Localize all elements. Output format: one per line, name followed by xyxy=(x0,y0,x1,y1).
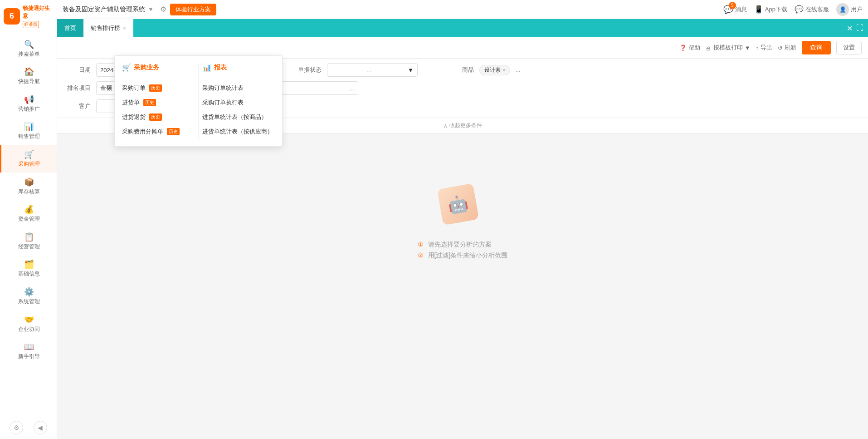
sidebar-item-search[interactable]: 🔍搜索菜单 xyxy=(0,35,57,63)
salesperson-ellipsis: ... xyxy=(349,85,354,92)
goods-more[interactable]: ... xyxy=(516,67,520,73)
inbound-stats-goods-label: 进货单统计表（按商品） xyxy=(202,113,267,121)
sidebar-item-enterprise[interactable]: 🤝企业协同 xyxy=(0,310,57,338)
message-label: 消息 xyxy=(735,5,747,14)
tab-bar-right: ✕ ⛶ xyxy=(843,24,868,33)
app-download-btn[interactable]: 📱 App下载 xyxy=(754,5,787,14)
enterprise-label: 企业协同 xyxy=(18,326,40,333)
sidebar-item-purchase[interactable]: 🛒采购管理 xyxy=(0,145,57,173)
inbound-return-label: 进货退货 xyxy=(122,113,146,121)
logo-text: 畅捷通好生意 标准版 xyxy=(23,5,53,28)
inventory-icon: 📦 xyxy=(24,177,34,187)
export-icon: ↑ xyxy=(756,44,759,51)
sidebar-footer: ⚙ ◀ xyxy=(0,416,57,439)
print-label: 按模板打印 xyxy=(713,44,743,52)
sidebar-item-sales[interactable]: 📊销售管理 xyxy=(0,117,57,145)
tab-bar: 首页 销售排行榜 × ✕ ⛶ xyxy=(57,19,868,37)
collapse-label: 收起更多条件 xyxy=(449,122,482,129)
menu-item-inbound-return[interactable]: 进货退货 历史 xyxy=(122,110,195,124)
guide-icon: 📖 xyxy=(24,342,34,352)
service-label: 在线客服 xyxy=(805,5,829,14)
base-info-label: 基础信息 xyxy=(18,271,40,278)
inbound-history-tag: 历史 xyxy=(143,99,156,106)
purchase-order-history-tag: 历史 xyxy=(149,84,162,92)
export-btn[interactable]: ↑ 导出 xyxy=(756,44,773,52)
inbound-label: 进货单 xyxy=(122,99,140,107)
purchase-fee-history-tag: 历史 xyxy=(167,128,180,135)
status-select[interactable]: ... ▼ xyxy=(327,63,418,77)
header-right: 💬 9 消息 📱 App下载 💬 在线客服 👤 用户 xyxy=(723,3,863,16)
report-col-title: 📊 报表 xyxy=(202,63,275,75)
menu-item-purchase-order-exec[interactable]: 采购订单执行表 xyxy=(202,95,275,110)
rank-label: 排名项目 xyxy=(63,84,91,92)
main-area: 装备及固定资产辅助管理系统 ▼ ⚙ 体验行业方案 💬 9 消息 📱 App下载 … xyxy=(57,0,868,439)
menu-item-inbound-stats-supplier[interactable]: 进货单统计表（按供应商） xyxy=(202,124,275,139)
user-avatar: 👤 xyxy=(836,3,849,16)
marketing-icon: 📢 xyxy=(24,94,34,104)
brand-name: 畅捷通好生意 xyxy=(23,5,53,20)
date-label: 日期 xyxy=(63,66,91,74)
sales-icon: 📊 xyxy=(24,122,34,132)
collapse-icon: ∧ xyxy=(444,123,448,129)
purchase-order-stats-label: 采购订单统计表 xyxy=(202,84,244,92)
query-button[interactable]: 查询 xyxy=(802,41,831,54)
menu-item-purchase-order-stats[interactable]: 采购订单统计表 xyxy=(202,81,275,95)
tab-home[interactable]: 首页 xyxy=(57,19,83,37)
status-label: 单据状态 xyxy=(294,66,322,74)
online-service-btn[interactable]: 💬 在线客服 xyxy=(795,5,829,14)
header-gear-icon[interactable]: ⚙ xyxy=(160,5,166,14)
menu-item-inbound-stats-goods[interactable]: 进货单统计表（按商品） xyxy=(202,110,275,124)
quick-nav-icon: 🏠 xyxy=(24,67,34,77)
report-col-label: 报表 xyxy=(214,64,227,72)
system-icon: ⚙️ xyxy=(24,287,34,297)
purchase-order-exec-label: 采购订单执行表 xyxy=(202,99,244,107)
empty-state: 🤖 ① 请先选择要分析的方案 ② 用[过滤]条件来缩小分析范围 xyxy=(57,133,868,315)
sidebar-item-base-info[interactable]: 🗂️基础信息 xyxy=(0,255,57,282)
menu-item-purchase-fee[interactable]: 采购费用分摊单 历史 xyxy=(122,124,195,139)
rank-value: 金额 xyxy=(100,84,112,92)
inbound-return-history-tag: 历史 xyxy=(149,113,162,121)
refresh-icon: ↺ xyxy=(778,44,783,51)
sidebar-item-system[interactable]: ⚙️系统管理 xyxy=(0,282,57,310)
app-label: App下载 xyxy=(765,5,787,14)
empty-image: 🤖 xyxy=(440,186,485,232)
menu-item-inbound[interactable]: 进货单 历史 xyxy=(122,95,195,110)
message-btn[interactable]: 💬 9 消息 xyxy=(723,5,747,15)
collapse-footer-btn[interactable]: ◀ xyxy=(34,421,47,434)
user-area[interactable]: 👤 用户 xyxy=(836,3,863,16)
report-col-icon: 📊 xyxy=(202,63,211,72)
goods-chip-close[interactable]: × xyxy=(502,67,505,73)
sidebar-item-inventory[interactable]: 📦库存核算 xyxy=(0,173,57,200)
goods-chip: 设计素 × xyxy=(479,65,510,75)
sidebar: 6 畅捷通好生意 标准版 🔍搜索菜单🏠快捷导航📢营销推广📊销售管理🛒采购管理📦库… xyxy=(0,0,57,439)
enterprise-icon: 🤝 xyxy=(24,315,34,325)
logo-area: 6 畅捷通好生意 标准版 xyxy=(0,0,57,33)
help-btn[interactable]: ❓ 帮助 xyxy=(679,44,700,52)
message-badge: 9 xyxy=(729,2,736,9)
empty-hint1: ① 请先选择要分析的方案 xyxy=(418,241,508,249)
operations-icon: 📋 xyxy=(24,232,34,242)
content-area: ❓ 帮助 🖨 按模板打印 ▼ ↑ 导出 ↺ 刷新 查询 设置 日期 xyxy=(57,37,868,439)
print-icon: 🖨 xyxy=(706,44,712,51)
menu-divider xyxy=(198,63,199,139)
print-btn[interactable]: 🖨 按模板打印 ▼ xyxy=(706,44,751,52)
sidebar-item-operations[interactable]: 📋经营管理 xyxy=(0,227,57,255)
header-arrow-icon[interactable]: ▼ xyxy=(148,6,154,13)
sidebar-item-marketing[interactable]: 📢营销推广 xyxy=(0,90,57,118)
tab-sales-rank[interactable]: 销售排行榜 × xyxy=(83,19,133,37)
sidebar-item-finance[interactable]: 💰资金管理 xyxy=(0,200,57,227)
sidebar-item-guide[interactable]: 📖新手引导 xyxy=(0,337,57,365)
industry-button[interactable]: 体验行业方案 xyxy=(170,4,216,15)
menu-item-purchase-order[interactable]: 采购订单 历史 xyxy=(122,81,195,95)
tab-close-icon[interactable]: × xyxy=(123,25,126,31)
refresh-btn[interactable]: ↺ 刷新 xyxy=(778,44,796,52)
purchase-icon: 🛒 xyxy=(24,149,34,159)
settings-button[interactable]: 设置 xyxy=(836,41,862,54)
sidebar-item-quick-nav[interactable]: 🏠快捷导航 xyxy=(0,62,57,90)
inventory-label: 库存核算 xyxy=(18,188,40,196)
purchase-order-label: 采购订单 xyxy=(122,84,146,92)
settings-footer-btn[interactable]: ⚙ xyxy=(10,421,23,434)
marketing-label: 营销推广 xyxy=(18,106,40,113)
tab-close-window-icon[interactable]: ✕ xyxy=(847,24,853,33)
tab-maximize-icon[interactable]: ⛶ xyxy=(856,24,863,32)
